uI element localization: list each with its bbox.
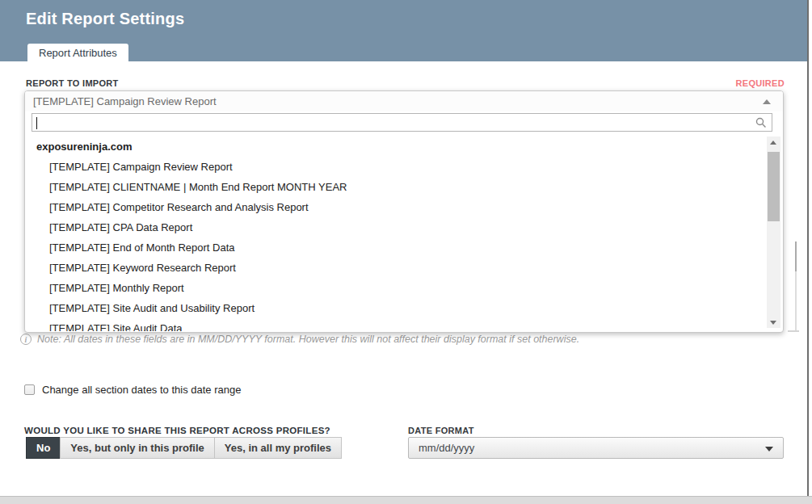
dropdown-selected-value[interactable]: [TEMPLATE] Campaign Review Report xyxy=(25,91,783,111)
required-badge: REQUIRED xyxy=(736,78,785,88)
dropdown-option-list: exposureninja.com [TEMPLATE] Campaign Re… xyxy=(25,134,783,331)
dialog-header: Edit Report Settings Report Attributes xyxy=(0,0,808,61)
share-yes-all-profiles-button[interactable]: Yes, in all my profiles xyxy=(214,437,342,459)
dropdown-option[interactable]: [TEMPLATE] CLIENTNAME | Month End Report… xyxy=(25,177,783,197)
date-format-value: mm/dd/yyyy xyxy=(419,442,474,454)
scrollbar-thumb[interactable] xyxy=(768,152,780,221)
scrollbar-down-arrow-icon[interactable] xyxy=(767,316,780,328)
dropdown-option[interactable]: [TEMPLATE] Site Audit Data xyxy=(25,318,783,331)
tab-report-attributes[interactable]: Report Attributes xyxy=(27,44,128,61)
dropdown-option[interactable]: [TEMPLATE] Competitor Research and Analy… xyxy=(25,197,783,217)
report-to-import-label: REPORT TO IMPORT xyxy=(26,78,119,88)
dropdown-option[interactable]: [TEMPLATE] CPA Data Report xyxy=(25,217,783,237)
report-to-import-dropdown: [TEMPLATE] Campaign Review Report exposu… xyxy=(24,90,784,333)
change-section-dates-checkbox[interactable] xyxy=(24,384,35,395)
chevron-up-icon[interactable] xyxy=(763,99,771,104)
background-control-edge xyxy=(788,330,799,332)
background-control-edge xyxy=(795,242,797,271)
checkbox-label: Change all section dates to this date ra… xyxy=(42,384,241,396)
dropdown-option[interactable]: [TEMPLATE] End of Month Report Data xyxy=(25,237,783,258)
dropdown-search-wrap xyxy=(25,111,783,134)
note-text: Note: All dates in these fields are in M… xyxy=(37,334,579,345)
chevron-down-icon xyxy=(765,447,773,452)
option-group-label: exposureninja.com xyxy=(25,136,783,157)
info-icon: i xyxy=(20,334,32,345)
share-report-label: WOULD YOU LIKE TO SHARE THIS REPORT ACRO… xyxy=(24,426,330,435)
scrollbar-up-arrow-icon[interactable] xyxy=(767,136,780,149)
search-input[interactable] xyxy=(32,113,772,132)
background-control-edge xyxy=(795,271,797,331)
text-caret xyxy=(36,117,37,129)
page-title: Edit Report Settings xyxy=(26,10,184,28)
dropdown-option[interactable]: [TEMPLATE] Keyword Research Report xyxy=(25,258,783,278)
date-format-note: i Note: All dates in these fields are in… xyxy=(20,334,579,345)
share-button-group: No Yes, but only in this profile Yes, in… xyxy=(26,437,342,459)
dropdown-option[interactable]: [TEMPLATE] Monthly Report xyxy=(25,278,783,298)
date-format-select[interactable]: mm/dd/yyyy xyxy=(408,437,784,459)
date-format-label: DATE FORMAT xyxy=(408,426,474,435)
search-icon xyxy=(755,117,767,128)
scrollbar[interactable] xyxy=(767,136,780,328)
share-yes-this-profile-button[interactable]: Yes, but only in this profile xyxy=(60,437,214,459)
change-section-dates-row[interactable]: Change all section dates to this date ra… xyxy=(24,384,241,396)
dropdown-option[interactable]: [TEMPLATE] Site Audit and Usability Repo… xyxy=(25,298,783,318)
dialog-right-border xyxy=(807,0,809,496)
bottom-scroll-strip[interactable] xyxy=(0,496,812,504)
dropdown-option[interactable]: [TEMPLATE] Campaign Review Report xyxy=(25,157,783,177)
edit-report-settings-dialog: Edit Report Settings Report Attributes R… xyxy=(0,0,812,504)
share-no-button[interactable]: No xyxy=(26,437,61,459)
